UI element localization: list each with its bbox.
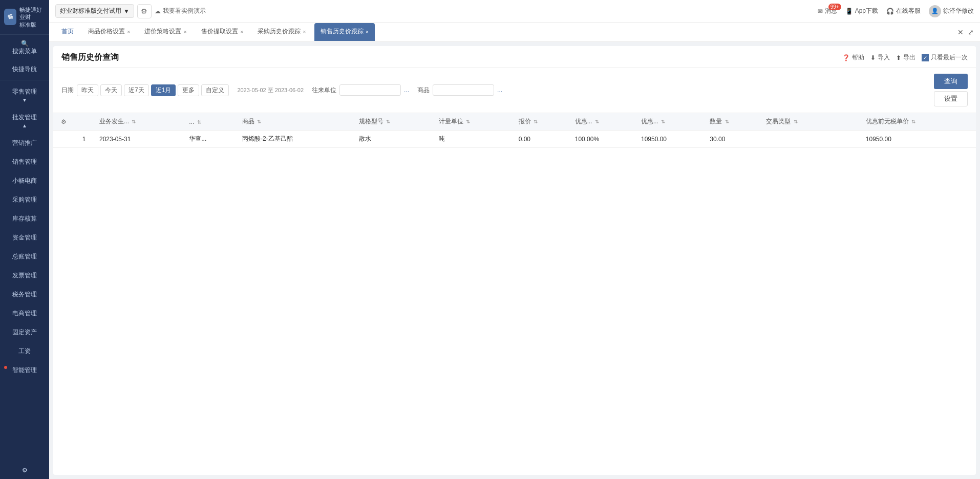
- row-spacer: [841, 130, 860, 148]
- sidebar-quick-nav[interactable]: 快捷导航: [0, 61, 49, 78]
- col-spec[interactable]: 规格型号 ⇅: [354, 113, 434, 130]
- date-more-btn[interactable]: 更多: [178, 84, 199, 96]
- cloud-icon: ☁: [155, 8, 161, 15]
- date-last7days-btn[interactable]: 近7天: [124, 84, 149, 96]
- sidebar-item-inventory[interactable]: 库存核算: [0, 209, 49, 228]
- sort-icon: ⇅: [257, 119, 261, 124]
- export-label: 导出: [903, 53, 915, 62]
- col-price[interactable]: 报价 ⇅: [514, 113, 570, 130]
- sidebar-item-invoice[interactable]: 发票管理: [0, 266, 49, 285]
- col-config[interactable]: ⚙: [53, 113, 74, 130]
- close-icon[interactable]: ×: [240, 29, 243, 35]
- col-quantity[interactable]: 数量 ⇅: [705, 113, 761, 130]
- import-label: 导入: [878, 53, 890, 62]
- sidebar-item-ecommerce-small[interactable]: 小畅电商: [0, 171, 49, 190]
- row-discount-amt: 10950.00: [636, 130, 705, 148]
- tab-sale-history[interactable]: 销售历史价跟踪 ×: [314, 23, 375, 41]
- chevron-down-icon: ▼: [22, 97, 27, 103]
- sidebar-item-ecommerce[interactable]: 电商管理: [0, 304, 49, 323]
- filter-settings-button[interactable]: 设置: [934, 91, 968, 106]
- sidebar-item-smart[interactable]: 智能管理: [0, 361, 49, 380]
- message-button[interactable]: ✉ 消息 99+: [818, 7, 837, 15]
- sidebar-item-tax[interactable]: 税务管理: [0, 285, 49, 304]
- message-icon: ✉: [818, 8, 823, 15]
- table-body: 1 2023-05-31 华查... 丙烯酸-2-乙基己酯 散水: [53, 130, 976, 148]
- close-icon[interactable]: ×: [366, 29, 369, 35]
- sidebar-item-general-ledger[interactable]: 总账管理: [0, 247, 49, 266]
- col-discount-amt[interactable]: 优惠... ⇅: [636, 113, 705, 130]
- tab-sale-extract[interactable]: 售价提取设置 ×: [195, 23, 249, 41]
- page-header: 销售历史价查询 ❓ 帮助 ⬇ 导入 ⬆ 导出 ✓ 只看最后一次: [53, 46, 976, 68]
- user-info[interactable]: 👤 徐泽华修改: [929, 5, 974, 17]
- source-unit-filter-group: 往来单位 ...: [312, 84, 409, 96]
- sidebar-item-finance[interactable]: 资金管理: [0, 228, 49, 247]
- product-input[interactable]: [433, 84, 494, 96]
- help-button[interactable]: ❓ 帮助: [842, 53, 864, 62]
- sidebar-item-wholesale[interactable]: 批发管理 ▲: [0, 108, 49, 134]
- date-last1month-btn[interactable]: 近1月: [151, 84, 176, 96]
- query-button[interactable]: 查询: [934, 74, 968, 89]
- sidebar-item-sales[interactable]: 销售管理: [0, 153, 49, 171]
- col-pretax-price[interactable]: 优惠前无税单价 ⇅: [861, 113, 976, 130]
- online-service-label: 在线客服: [896, 7, 921, 15]
- sidebar-item-label: 批发管理: [12, 113, 37, 122]
- config-icon: ⚙: [61, 118, 67, 125]
- product-more[interactable]: ...: [497, 86, 502, 94]
- product-filter-group: 商品 ...: [417, 84, 502, 96]
- topbar-right: ✉ 消息 99+ 📱 App下载 🎧 在线客服 👤 徐泽华修改: [818, 5, 974, 17]
- demo-button[interactable]: ☁ 我要看实例演示: [155, 7, 206, 15]
- settings-icon: ⚙: [22, 467, 28, 474]
- sort-icon: ⇅: [725, 119, 729, 124]
- sidebar-item-salary[interactable]: 工资: [0, 342, 49, 361]
- close-icon[interactable]: ×: [183, 29, 186, 35]
- topbar-settings-button[interactable]: ⚙: [137, 4, 152, 18]
- sidebar-search[interactable]: 🔍 搜索菜单: [0, 35, 49, 61]
- only-last-checkbox[interactable]: ✓ 只看最后一次: [922, 53, 968, 62]
- col-product[interactable]: 商品 ⇅: [237, 113, 354, 130]
- sidebar-item-purchase[interactable]: 采购管理: [0, 190, 49, 209]
- tab-purchase-history[interactable]: 采购历史价跟踪 ×: [251, 23, 312, 41]
- col-more[interactable]: ... ⇅: [184, 113, 237, 130]
- window-controls: ✕ ⤢: [957, 28, 974, 36]
- source-unit-input[interactable]: [339, 84, 401, 96]
- date-yesterday-btn[interactable]: 昨天: [77, 84, 98, 96]
- sidebar-item-label: 零售管理: [12, 88, 37, 96]
- page-actions: ❓ 帮助 ⬇ 导入 ⬆ 导出 ✓ 只看最后一次: [842, 53, 968, 62]
- sidebar-item-label: 采购管理: [12, 195, 37, 204]
- gear-icon: ⚙: [141, 7, 147, 15]
- chevron-down-icon: ▼: [123, 8, 130, 15]
- sidebar-item-retail[interactable]: 零售管理 ▼: [0, 82, 49, 108]
- col-transaction-type[interactable]: 交易类型 ⇅: [761, 113, 841, 130]
- date-range-display: 2023-05-02 至 2023-06-02: [237, 86, 304, 94]
- close-window-icon[interactable]: ✕: [957, 28, 964, 36]
- tab-label: 售价提取设置: [201, 27, 238, 36]
- sort-icon: ⇅: [534, 119, 538, 124]
- col-business-date[interactable]: 业务发生... ⇅: [94, 113, 184, 130]
- col-discount-pct[interactable]: 优惠... ⇅: [570, 113, 636, 130]
- date-custom-btn[interactable]: 自定义: [201, 84, 229, 96]
- sidebar-divider: [0, 80, 49, 80]
- app-download-button[interactable]: 📱 App下载: [845, 7, 878, 15]
- tab-product-price[interactable]: 商品价格设置 ×: [82, 23, 136, 41]
- import-button[interactable]: ⬇ 导入: [870, 53, 890, 62]
- maximize-window-icon[interactable]: ⤢: [968, 28, 974, 36]
- row-num: 1: [74, 130, 94, 148]
- sort-icon: ⇅: [794, 119, 798, 124]
- sidebar-item-marketing[interactable]: 营销推广: [0, 134, 49, 153]
- date-today-btn[interactable]: 今天: [100, 84, 122, 96]
- export-button[interactable]: ⬆ 导出: [896, 53, 915, 62]
- close-icon[interactable]: ×: [127, 29, 130, 35]
- app-selector[interactable]: 好业财标准版交付试用 ▼: [55, 4, 134, 18]
- tab-price-strategy[interactable]: 进价策略设置 ×: [138, 23, 193, 41]
- sidebar-item-fixed-assets[interactable]: 固定资产: [0, 323, 49, 342]
- col-unit[interactable]: 计量单位 ⇅: [434, 113, 514, 130]
- source-unit-more[interactable]: ...: [404, 86, 409, 94]
- data-table-wrapper: ⚙ 业务发生... ⇅ ... ⇅ 商品 ⇅: [53, 113, 976, 475]
- sort-icon: ⇅: [595, 119, 599, 124]
- close-icon[interactable]: ×: [303, 29, 306, 35]
- tab-home[interactable]: 首页: [55, 23, 80, 41]
- help-label: 帮助: [852, 53, 864, 62]
- mobile-icon: 📱: [845, 8, 853, 15]
- sidebar-settings-button[interactable]: ⚙: [0, 462, 49, 479]
- online-service-button[interactable]: 🎧 在线客服: [886, 7, 921, 15]
